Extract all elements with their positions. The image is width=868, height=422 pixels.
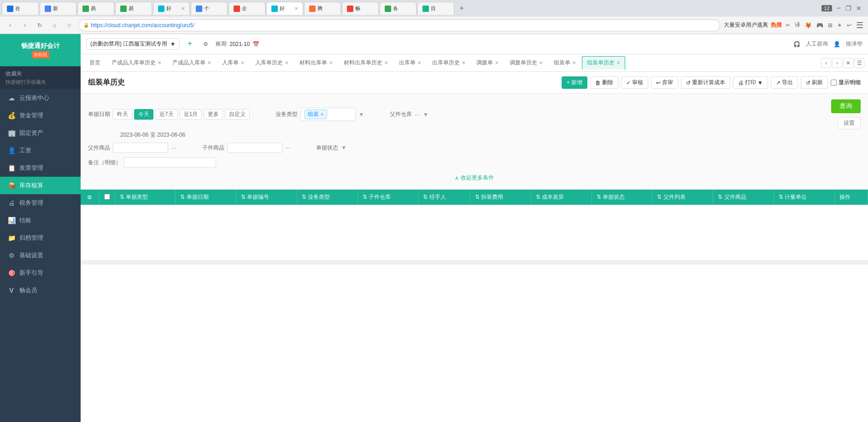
sub-tab-close-assemble-hist[interactable]: ✕ <box>616 60 620 65</box>
sidebar-item-invoice[interactable]: 📋 发票管理 <box>0 159 81 177</box>
browser-tab-2[interactable]: 新 <box>40 2 76 15</box>
sub-tab-home[interactable]: 首页 <box>84 56 106 70</box>
scrollbar-area[interactable] <box>81 260 868 265</box>
set-button[interactable]: 设置 <box>838 117 861 129</box>
th-handler[interactable]: ⇅ 经手人 <box>418 190 470 205</box>
th-unit[interactable]: ⇅ 计量单位 <box>774 190 835 205</box>
favorites-title[interactable]: 收藏夹 <box>6 70 75 78</box>
business-type-input[interactable]: 组装 ✕ <box>300 108 356 121</box>
th-business-type[interactable]: ⇅ 业务类型 <box>297 190 358 205</box>
browser-tab-10[interactable]: 畅 <box>342 2 379 15</box>
sub-nav-close-all[interactable]: ✕ <box>843 58 853 68</box>
show-detail-input[interactable] <box>831 80 837 86</box>
delete-button[interactable]: 🗑 删除 <box>590 76 618 89</box>
sidebar-item-fixed-assets[interactable]: 🏢 固定资产 <box>0 124 81 142</box>
sub-tab-close-transfer-hist[interactable]: ✕ <box>539 60 543 65</box>
maximize-button[interactable]: ❐ <box>845 5 851 12</box>
sub-tab-out[interactable]: 出库单 ✕ <box>394 56 426 70</box>
browser-tab-1[interactable]: 在 <box>2 2 39 15</box>
back-button[interactable]: ‹ <box>5 20 16 31</box>
close-window-button[interactable]: ✕ <box>856 5 862 12</box>
sub-tab-mat-out[interactable]: 材料出库单 ✕ <box>294 56 338 70</box>
reload-button[interactable]: ↻ <box>34 20 45 31</box>
child-goods-more-icon[interactable]: ··· <box>285 144 291 151</box>
browser-tab-4[interactable]: 易 <box>115 2 152 15</box>
sub-tab-assemble[interactable]: 组装单 ✕ <box>549 56 581 70</box>
calendar-icon[interactable]: 📅 <box>252 41 259 47</box>
grid-tool[interactable]: ⊞ <box>828 22 833 29</box>
browser-tab-11[interactable]: 各 <box>380 2 416 15</box>
sub-tab-close-mat-out-hist[interactable]: ✕ <box>384 60 388 65</box>
tag-close-icon[interactable]: ✕ <box>320 112 324 117</box>
show-detail-checkbox[interactable]: 显示明细 <box>831 79 861 87</box>
sidebar-item-salary[interactable]: 👤 工资 <box>0 142 81 159</box>
game-tool[interactable]: 🎮 <box>816 22 823 29</box>
tab-close-8[interactable]: ✕ <box>294 6 298 11</box>
sub-tab-close-assemble[interactable]: ✕ <box>572 60 576 65</box>
parent-goods-more-icon[interactable]: ··· <box>171 144 176 151</box>
url-input[interactable]: 🔒 https://cloud.chanjet.com/accounting/u… <box>78 19 720 31</box>
remark-input[interactable] <box>124 157 216 168</box>
parent-warehouse-dropdown[interactable]: ▼ <box>423 111 428 118</box>
th-dismantle-fee[interactable]: ⇅ 拆装费用 <box>470 190 531 205</box>
sub-tab-in[interactable]: 入库单 ✕ <box>217 56 249 70</box>
th-parent-list[interactable]: ⇅ 父件列表 <box>652 190 713 205</box>
date-btn-more[interactable]: 更多 <box>204 109 223 120</box>
date-btn-custom[interactable]: 自定义 <box>225 109 250 120</box>
th-settings[interactable]: ⚙ <box>81 190 99 205</box>
browser-tab-6[interactable]: 个 <box>191 2 228 15</box>
forward-button[interactable]: › <box>19 20 30 31</box>
browser-tab-12[interactable]: 目 <box>417 2 454 15</box>
date-btn-yesterday[interactable]: 昨天 <box>113 109 132 120</box>
sidebar-favorites[interactable]: 收藏夹 快捷键打开收藏夹 <box>0 66 81 89</box>
translate-tool[interactable]: 译 <box>795 21 800 29</box>
sub-tab-close-mat-out[interactable]: ✕ <box>329 60 333 65</box>
collapse-button[interactable]: ∧ 收起更多条件 <box>88 172 861 184</box>
browser-tab-3[interactable]: 易 <box>77 2 114 15</box>
minimize-button[interactable]: − <box>837 4 841 12</box>
sidebar-item-member[interactable]: V 畅会员 <box>0 282 81 299</box>
sub-tab-mat-out-hist[interactable]: 材料出库单历史 ✕ <box>339 56 393 70</box>
th-parent-goods[interactable]: ⇅ 父件商品 <box>713 190 774 205</box>
th-child-warehouse[interactable]: ⇅ 子件仓库 <box>358 190 418 205</box>
sub-tab-close-transfer[interactable]: ✕ <box>495 60 499 65</box>
th-bill-status[interactable]: ⇅ 单据状态 <box>592 190 652 205</box>
bookmark-button[interactable]: ☆ <box>64 20 75 31</box>
sub-nav-right[interactable]: › <box>832 58 842 68</box>
sidebar-item-archive[interactable]: 📁 归档管理 <box>0 229 81 247</box>
sub-tab-transfer[interactable]: 调拨单 ✕ <box>471 56 504 70</box>
sidebar-item-cloud-report[interactable]: ☁ 云报表中心 <box>0 89 81 107</box>
sidebar-item-tax[interactable]: 🖨 税务管理 <box>0 194 81 212</box>
sub-tab-prod-in-hist[interactable]: 产成品入库单历史 ✕ <box>106 56 166 70</box>
brightness-tool[interactable]: ☀ <box>837 22 842 29</box>
sidebar-item-inventory[interactable]: 📦 库存核算 <box>0 177 81 194</box>
print-button[interactable]: 🖨 打印 ▼ <box>733 76 768 89</box>
favorites-sub[interactable]: 快捷键打开收藏夹 <box>6 79 75 86</box>
sub-tab-transfer-hist[interactable]: 调拨单历史 ✕ <box>504 56 548 70</box>
business-type-dropdown[interactable]: ▼ <box>358 111 364 118</box>
sidebar-item-settlement[interactable]: 📊 结账 <box>0 212 81 229</box>
sub-tab-in-hist[interactable]: 入库单历史 ✕ <box>250 56 293 70</box>
sub-tab-close-prod-in[interactable]: ✕ <box>207 60 211 65</box>
browser-tab-9[interactable]: 腾 <box>304 2 341 15</box>
bill-status-dropdown[interactable]: ▼ <box>341 145 346 151</box>
audit-button[interactable]: ✓ 审核 <box>621 76 648 89</box>
sub-tab-assemble-hist[interactable]: 组装单历史 ✕ <box>582 56 625 70</box>
recalc-button[interactable]: ↺ 重新计算成本 <box>681 76 730 89</box>
sidebar-item-settings[interactable]: ⚙ 基础设置 <box>0 247 81 264</box>
sub-tab-prod-in[interactable]: 产成品入库单 ✕ <box>167 56 216 70</box>
date-btn-1month[interactable]: 近1月 <box>180 109 202 120</box>
new-button[interactable]: + 新增 <box>562 76 587 89</box>
new-tab-button[interactable]: + <box>455 2 468 15</box>
add-company-button[interactable]: + <box>184 39 195 50</box>
sub-tab-close-out-hist[interactable]: ✕ <box>462 60 465 65</box>
parent-goods-input[interactable] <box>113 143 168 153</box>
sub-nav-left[interactable]: ‹ <box>821 58 831 68</box>
settings-header-button[interactable]: ⚙ <box>200 39 211 50</box>
child-goods-input[interactable] <box>227 143 282 153</box>
scissors-tool[interactable]: ✂ <box>786 22 790 29</box>
sub-tab-close-out[interactable]: ✕ <box>417 60 421 65</box>
abandon-button[interactable]: ↩ 弃审 <box>651 76 678 89</box>
home-button[interactable]: ⌂ <box>49 20 60 31</box>
th-checkbox[interactable] <box>99 190 115 205</box>
